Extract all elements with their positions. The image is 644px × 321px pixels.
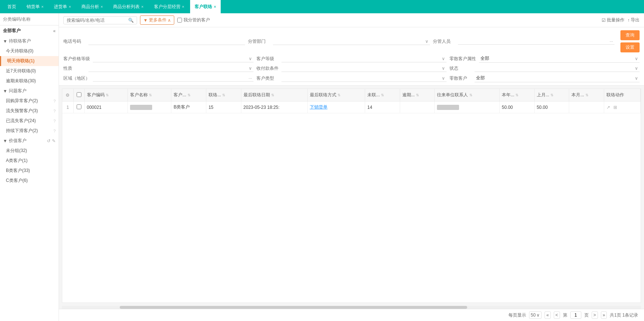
- td-name: [127, 101, 171, 113]
- filter-status-label: 状态: [449, 65, 472, 72]
- filter-price-grade-select[interactable]: ∨: [93, 55, 253, 62]
- sidebar-search-input[interactable]: [3, 17, 58, 22]
- search-input[interactable]: [67, 18, 128, 23]
- th-this-month[interactable]: 本月... ⇅: [569, 89, 604, 101]
- th-contact-person[interactable]: 往来单位联系人 ⇅: [435, 89, 500, 101]
- next-page-btn[interactable]: >: [592, 311, 598, 319]
- query-btn[interactable]: 查询: [620, 30, 640, 40]
- action-grid-icon[interactable]: ⊞: [613, 105, 617, 110]
- table-settings-icon[interactable]: ⚙: [66, 93, 70, 98]
- filter-status-field: 状态 ∨: [449, 65, 640, 72]
- th-not-contacted[interactable]: 未联... ⇅: [365, 89, 400, 101]
- last-method-link[interactable]: 下销货单: [310, 104, 328, 110]
- region-more-btn[interactable]: ···: [249, 76, 252, 80]
- filter-row-3: 性质 ∨ 收付款条件 ∨ 状态: [63, 65, 640, 72]
- batch-icon: ☑: [602, 18, 606, 23]
- sidebar-item-repurchase-abnormal[interactable]: 回购异常客户(2) ?: [0, 96, 59, 106]
- th-customer-code[interactable]: 客户编码 ⇅: [84, 89, 127, 101]
- nav-close-customer-stratification[interactable]: ×: [182, 4, 184, 9]
- filter-region-select[interactable]: ···: [93, 75, 253, 82]
- person-more-btn[interactable]: ···: [610, 39, 613, 44]
- nav-item-purchase[interactable]: 进货单 ×: [49, 0, 75, 13]
- th-this-year[interactable]: 本年... ⇅: [500, 89, 535, 101]
- sort-contact-icon: ⇅: [222, 93, 225, 97]
- sidebar-group-value-customers[interactable]: ▼ 价值客户 ↺ ✎: [0, 136, 59, 146]
- filter-phone-input[interactable]: [88, 38, 245, 45]
- export-btn[interactable]: ↑ 导出: [627, 17, 640, 23]
- sidebar-item-class-a[interactable]: A类客户(1): [0, 156, 59, 166]
- price-grade-arrow: ∨: [249, 56, 252, 61]
- th-overdue[interactable]: 逾期... ⇅: [400, 89, 435, 101]
- nav-item-customer-contact[interactable]: 客户联络 ×: [190, 0, 220, 13]
- sidebar-item-class-b[interactable]: B类客户(33): [0, 166, 59, 176]
- sidebar-item-today-contact[interactable]: 今天待联络(0): [0, 46, 59, 56]
- sidebar-collapse-btn[interactable]: «: [53, 28, 56, 34]
- edit-value-icon[interactable]: ✎: [52, 138, 56, 144]
- filter-retail-customer-select[interactable]: 全部 ∨: [475, 74, 640, 82]
- nav-close-sales[interactable]: ×: [41, 4, 43, 9]
- th-customer-name[interactable]: 客户名称 ⇅: [127, 89, 171, 101]
- horizontal-scrollbar[interactable]: [62, 306, 641, 309]
- sidebar-item-tomorrow-contact[interactable]: 明天待联络(1): [0, 56, 59, 66]
- my-customers-checkbox[interactable]: [177, 18, 182, 23]
- page-size-select[interactable]: 50 ∨: [529, 311, 542, 319]
- select-all-checkbox[interactable]: [77, 92, 81, 97]
- page-input[interactable]: [570, 311, 581, 319]
- sidebar-item-churn-warning[interactable]: 流失预警客户(3) ?: [0, 106, 59, 116]
- td-last-month: 50.00: [534, 101, 569, 113]
- th-customer-type[interactable]: 客户... ⇅: [171, 89, 206, 101]
- filter-payment-select[interactable]: ∨: [281, 65, 447, 72]
- sidebar-item-class-c[interactable]: C类客户(6): [0, 176, 59, 186]
- th-last-contact-method[interactable]: 最后联络方式 ⇅: [307, 89, 365, 101]
- last-page-btn[interactable]: »: [601, 311, 607, 319]
- filter-customer-type-select[interactable]: ∨: [281, 75, 447, 82]
- filter-status-select[interactable]: ∨: [475, 65, 640, 72]
- filter-dept-select[interactable]: ∨: [273, 38, 430, 45]
- nav-close-goods-analysis[interactable]: ×: [101, 4, 103, 9]
- sidebar-item-ungrouped[interactable]: 未分组(32): [0, 146, 59, 156]
- row-checkbox[interactable]: [77, 104, 81, 109]
- sidebar-item-churned[interactable]: 已流失客户(24) ?: [0, 116, 59, 126]
- filter-person-label: 分管人员: [433, 38, 455, 45]
- filter-retail-attr-select[interactable]: 全部 ∨: [479, 55, 640, 63]
- nav-item-goods-analysis-list[interactable]: 商品分析列表 ×: [109, 0, 148, 13]
- prev-page-btn[interactable]: <: [554, 311, 560, 319]
- batch-op-btn[interactable]: ☑ 批量操作: [602, 17, 624, 23]
- sidebar: 🔍 全部客户 « ▼ 待联络客户 今天待联络(0) 明天待联络(1) 近7天待联…: [0, 13, 59, 321]
- nav-close-purchase[interactable]: ×: [69, 4, 71, 9]
- th-contact-count[interactable]: 联络... ⇅: [206, 89, 241, 101]
- action-link-icon[interactable]: ↗: [606, 105, 610, 110]
- per-page-label: 每页显示: [508, 312, 526, 318]
- nav-item-customer-stratification[interactable]: 客户分层经营 ×: [150, 0, 189, 13]
- my-customers-checkbox-wrap[interactable]: 我分管的客户: [177, 17, 210, 23]
- nav-item-sales[interactable]: 销货单 ×: [22, 0, 48, 13]
- refresh-value-icon[interactable]: ↺: [47, 138, 50, 144]
- th-last-contact-date[interactable]: 最后联络日期 ⇅: [241, 89, 307, 101]
- th-last-month[interactable]: 上月... ⇅: [534, 89, 569, 101]
- triangle-problem: ▼: [3, 89, 7, 94]
- sidebar-group-problem-customers[interactable]: ▼ 问题客户: [0, 86, 59, 96]
- nav-close-customer-contact[interactable]: ×: [214, 4, 216, 9]
- th-settings[interactable]: ⚙: [62, 89, 73, 101]
- td-checkbox[interactable]: [73, 101, 84, 113]
- nav-item-home[interactable]: 首页: [3, 0, 21, 13]
- search-submit-icon[interactable]: 🔍: [128, 18, 134, 23]
- sidebar-item-overdue-contact[interactable]: 逾期未联络(30): [0, 76, 59, 86]
- nav-item-goods-analysis[interactable]: 商品分析 ×: [77, 0, 107, 13]
- sidebar-item-7days-contact[interactable]: 近7天待联络(0): [0, 66, 59, 76]
- filter-dept-label: 分管部门: [248, 38, 270, 45]
- filter-person-select[interactable]: ···: [458, 38, 615, 45]
- nav-close-goods-analysis-list[interactable]: ×: [141, 4, 143, 9]
- more-filter-btn[interactable]: ▼ 更多条件 ∧: [140, 15, 174, 25]
- first-page-btn[interactable]: «: [545, 311, 551, 319]
- sidebar-item-declining[interactable]: 持续下滑客户(2) ?: [0, 126, 59, 136]
- settings-btn[interactable]: 设置: [620, 42, 640, 52]
- filter-customer-grade-select[interactable]: ∨: [281, 55, 447, 62]
- td-last-method[interactable]: 下销货单: [307, 101, 365, 113]
- filter-row-2: 客户价格等级 ∨ 客户等级 ∨ 零散客户属性 全部: [63, 55, 640, 63]
- scrollbar-thumb[interactable]: [120, 306, 467, 309]
- filter-retail-customer-field: 零散客户 全部 ∨: [449, 74, 640, 82]
- sidebar-group-pending-contact[interactable]: ▼ 待联络客户: [0, 36, 59, 46]
- filter-nature-select[interactable]: ∨: [88, 65, 253, 72]
- th-checkbox[interactable]: [73, 89, 84, 101]
